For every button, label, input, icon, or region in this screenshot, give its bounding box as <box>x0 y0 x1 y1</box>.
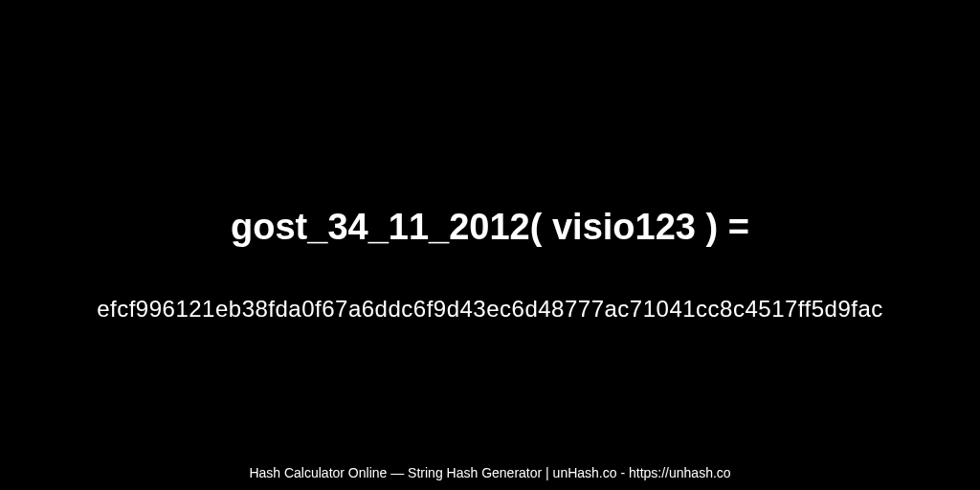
hash-output: efcf996121eb38fda0f67a6ddc6f9d43ec6d4877… <box>97 296 883 323</box>
footer-attribution: Hash Calculator Online — String Hash Gen… <box>0 465 980 480</box>
hash-expression: gost_34_11_2012( visio123 ) = <box>231 207 749 248</box>
main-content: gost_34_11_2012( visio123 ) = efcf996121… <box>0 0 980 490</box>
